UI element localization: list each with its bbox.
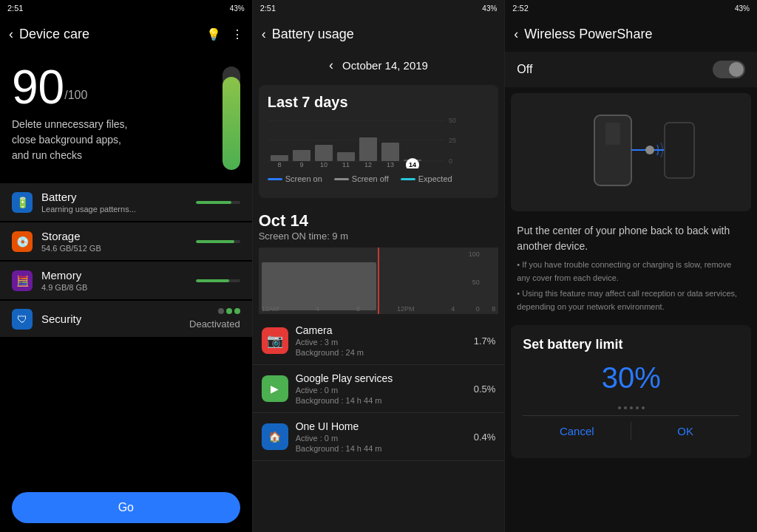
care-item-battery[interactable]: 🔋 Battery Learning usage patterns... xyxy=(0,183,252,221)
app-item-oneui[interactable]: 🏠 One UI Home Active : 0 m Background : … xyxy=(253,413,505,461)
stepper-dots xyxy=(523,406,739,409)
svg-rect-10 xyxy=(359,137,377,161)
panel-wireless-powershare: 2:52 43% ‹ Wireless PowerShare Off xyxy=(505,0,757,532)
battery-bar-fill xyxy=(196,201,231,204)
app-item-camera[interactable]: 📷 Camera Active : 3 m Background : 24 m … xyxy=(253,317,505,365)
gps-app-pct: 0.5% xyxy=(474,383,496,395)
toggle-label: Off xyxy=(517,63,713,76)
svg-text:11: 11 xyxy=(342,161,350,168)
score-description: Delete unnecessary files,close backgroun… xyxy=(12,117,223,163)
app-item-gps[interactable]: ▶ Google Play services Active : 0 m Back… xyxy=(253,365,505,413)
gps-app-info: Google Play services Active : 0 m Backgr… xyxy=(296,372,393,405)
bulb-icon[interactable]: 💡 xyxy=(206,27,221,41)
memory-icon: 🧮 xyxy=(12,270,33,291)
status-time-3: 2:52 xyxy=(512,4,528,13)
stepper-dot-4 xyxy=(636,406,639,409)
date-back-arrow[interactable]: ‹ xyxy=(329,58,333,73)
svg-text:50: 50 xyxy=(449,117,456,124)
camera-app-icon: 📷 xyxy=(262,327,288,354)
gps-app-icon: ▶ xyxy=(262,375,288,402)
care-item-storage[interactable]: 💿 Storage 54.6 GB/512 GB xyxy=(0,222,252,260)
x-label-4pm: 4 xyxy=(451,305,455,313)
selected-day-screen-on: Screen ON time: 9 m xyxy=(259,231,499,242)
svg-text:8: 8 xyxy=(277,161,281,168)
legend-bar-gray xyxy=(334,178,349,180)
status-battery-3: 43% xyxy=(735,4,750,13)
legend-label-1: Screen on xyxy=(285,174,322,183)
x-label-8: 8 xyxy=(356,305,360,313)
instructions-bullet-1: • If you have trouble connecting or char… xyxy=(517,259,745,284)
svg-text:12: 12 xyxy=(364,161,372,168)
status-time-1: 2:51 xyxy=(7,4,23,13)
ok-button[interactable]: OK xyxy=(631,416,739,446)
battery-icon: 🔋 xyxy=(12,192,33,213)
svg-rect-31 xyxy=(665,123,694,178)
storage-mini-bar xyxy=(196,240,240,243)
svg-text:25: 25 xyxy=(449,137,456,144)
care-item-memory[interactable]: 🧮 Memory 4.9 GB/8 GB xyxy=(0,262,252,299)
back-button-2[interactable]: ‹ xyxy=(262,27,266,42)
legend-label-2: Screen off xyxy=(352,174,389,183)
battery-label: Battery xyxy=(41,191,196,203)
score-bar-fill xyxy=(223,77,240,170)
stepper-dot-5 xyxy=(642,406,645,409)
go-button[interactable]: Go xyxy=(12,492,240,523)
memory-label: Memory xyxy=(41,269,196,282)
svg-text:13: 13 xyxy=(387,161,394,168)
more-icon[interactable]: ⋮ xyxy=(231,27,243,41)
device-care-header: ‹ Device care 💡 ⋮ xyxy=(0,16,252,52)
today-x-labels: 12AM 4 8 12PM 4 8 xyxy=(259,305,499,313)
back-button-3[interactable]: ‹ xyxy=(514,27,518,42)
storage-bar-wrap xyxy=(196,240,240,243)
memory-bar-fill xyxy=(196,279,229,282)
selected-day-section: Oct 14 Screen ON time: 9 m xyxy=(253,204,505,245)
battery-limit-pct: 30% xyxy=(523,361,739,395)
care-items-list: 🔋 Battery Learning usage patterns... 💿 S… xyxy=(0,182,252,477)
svg-text:10: 10 xyxy=(320,161,327,168)
svg-rect-6 xyxy=(271,155,288,161)
gps-app-name: Google Play services xyxy=(296,372,393,384)
camera-app-info: Camera Active : 3 m Background : 24 m xyxy=(296,324,364,357)
svg-text:50: 50 xyxy=(472,279,479,286)
toggle-switch[interactable] xyxy=(713,61,745,78)
svg-rect-28 xyxy=(605,123,620,145)
dialog-buttons: Cancel OK xyxy=(523,415,739,446)
phone-illustration xyxy=(511,93,751,211)
gps-app-sub2: Background : 14 h 44 m xyxy=(296,396,393,405)
oneui-app-sub2: Background : 14 h 44 m xyxy=(296,444,382,453)
powershare-illustration-svg xyxy=(550,104,713,200)
score-display: 90/100 xyxy=(12,64,223,111)
camera-app-name: Camera xyxy=(296,324,364,336)
x-label-4: 4 xyxy=(316,305,319,313)
status-battery-1: 43% xyxy=(230,4,245,13)
powershare-title: Wireless PowerShare xyxy=(524,27,748,42)
battery-usage-header: ‹ Battery usage xyxy=(253,16,505,52)
back-button-1[interactable]: ‹ xyxy=(9,27,13,42)
battery-content: Battery Learning usage patterns... xyxy=(41,191,196,214)
instructions-bullet-2: • Using this feature may affect call rec… xyxy=(517,287,745,313)
stepper-dot-1 xyxy=(618,406,621,409)
security-dots xyxy=(218,308,240,314)
stepper-dot-2 xyxy=(624,406,627,409)
legend-screen-on: Screen on xyxy=(268,174,322,183)
care-item-security[interactable]: 🛡 Security Deactivated xyxy=(0,301,252,337)
legend-bar-teal xyxy=(401,178,415,180)
today-chart-container: 100 50 0 12AM 4 8 12PM 4 8 xyxy=(259,248,499,314)
legend-bar-blue xyxy=(268,178,282,180)
storage-icon: 💿 xyxy=(12,231,33,252)
weekly-chart-svg: 50 25 0 8 9 10 11 12 13 14 xyxy=(268,117,490,168)
dot-2 xyxy=(226,308,232,314)
legend-expected: Expected xyxy=(401,174,452,183)
cancel-button[interactable]: Cancel xyxy=(523,416,631,446)
oneui-app-pct: 0.4% xyxy=(474,432,496,443)
gps-app-sub1: Active : 0 m xyxy=(296,386,393,395)
score-section: 90/100 Delete unnecessary files,close ba… xyxy=(0,52,252,176)
camera-app-sub1: Active : 3 m xyxy=(296,338,364,347)
instructions-main: Put the center of your phone back to bac… xyxy=(517,223,745,254)
x-label-8pm: 8 xyxy=(492,305,495,313)
battery-usage-title: Battery usage xyxy=(272,27,496,42)
powershare-toggle-row: Off xyxy=(505,52,757,87)
panel-device-care: 2:51 43% ‹ Device care 💡 ⋮ 90/100 Delete… xyxy=(0,0,253,532)
legend-screen-off: Screen off xyxy=(334,174,389,183)
svg-rect-11 xyxy=(381,143,399,161)
